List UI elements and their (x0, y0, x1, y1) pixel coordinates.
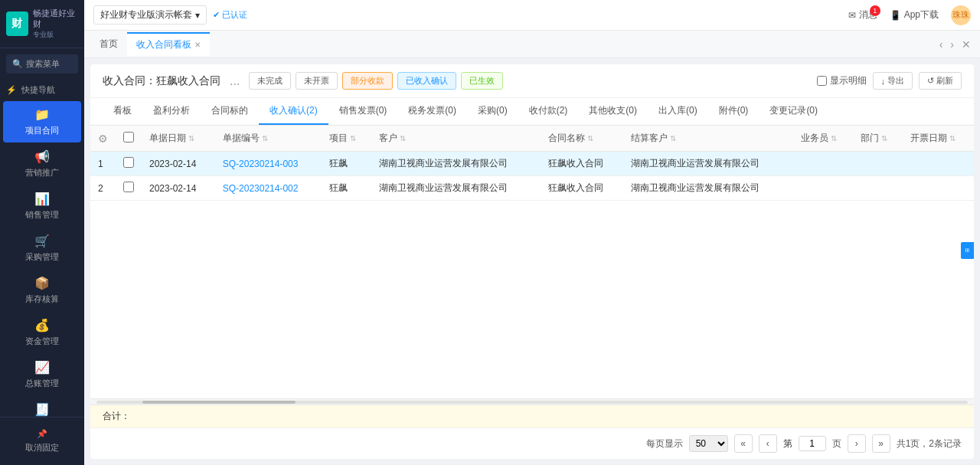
status-incomplete-button[interactable]: 未完成 (249, 72, 291, 90)
horizontal-scrollbar[interactable] (90, 398, 974, 404)
app-name: 畅捷通好业财 (33, 8, 78, 30)
table-row[interactable]: 1 2023-02-14 SQ-20230214-003 狂飙 湖南卫视商业运营… (90, 152, 974, 176)
unpin-button[interactable]: 📌 取消固定 (8, 423, 77, 460)
th-checkbox (116, 126, 142, 152)
sidebar-item-invoice[interactable]: 🧾 发票管理 (3, 396, 81, 417)
date-sort-icon[interactable]: ⇅ (188, 134, 194, 142)
topbar: 好业财专业版演示帐套 ▾ ✔ 已认证 ✉ 1 消息 📱 App下载 珠珠 (84, 0, 980, 31)
verified-badge: ✔ 已认证 (213, 9, 247, 21)
subtab-tax-invoice[interactable]: 税务发票(0) (397, 98, 467, 125)
cell-invoice-date (903, 176, 974, 201)
status-partial-button[interactable]: 部分收款 (342, 72, 393, 90)
department-sort-icon[interactable]: ⇅ (881, 134, 887, 142)
contract-name-sort-icon[interactable]: ⇅ (587, 134, 593, 142)
subtab-warehouse[interactable]: 出入库(0) (648, 98, 708, 125)
show-detail-checkbox-label[interactable]: 显示明细 (817, 74, 867, 87)
th-project: 项目 ⇅ (322, 126, 371, 152)
page-size-select[interactable]: 50 100 200 (689, 435, 728, 452)
next-page-button[interactable]: › (848, 434, 866, 453)
cell-no: 2 (90, 176, 116, 201)
export-button[interactable]: ↓ 导出 (873, 72, 913, 90)
row-checkbox[interactable] (123, 182, 134, 192)
select-all-checkbox[interactable] (123, 132, 134, 142)
refresh-button[interactable]: ↺ 刷新 (919, 72, 962, 90)
cell-contract-name: 狂飙收入合同 (541, 152, 623, 176)
refresh-icon: ↺ (927, 76, 934, 86)
side-panel-toggle[interactable]: ≡ (961, 242, 974, 259)
page-number-input[interactable] (799, 436, 826, 451)
subtab-attachment[interactable]: 附件(0) (708, 98, 760, 125)
checkmark-icon: ✔ (213, 10, 220, 20)
tab-next-button[interactable]: › (947, 37, 957, 52)
invoice-date-sort-icon[interactable]: ⇅ (949, 134, 956, 142)
th-customer: 客户 ⇅ (371, 126, 541, 152)
last-page-button[interactable]: » (872, 434, 890, 453)
first-page-button[interactable]: « (734, 434, 753, 453)
cell-result-customer: 湖南卫视商业运营发展有限公司 (623, 176, 792, 201)
company-selector[interactable]: 好业财专业版演示帐套 ▾ (93, 5, 207, 25)
prev-page-button[interactable]: ‹ (759, 434, 777, 453)
sidebar-item-project-contract[interactable]: 📁 项目合同 (3, 101, 81, 142)
subtab-change-log[interactable]: 变更记录(0) (759, 98, 828, 125)
sidebar-item-inventory[interactable]: 📦 库存核算 (3, 270, 81, 311)
sidebar: 财 畅捷通好业财 专业版 🔍 搜索菜单 ⚡ 快捷导航 📁 项目合同 📢 营销推广… (0, 0, 84, 465)
order-no-sort-icon[interactable]: ⇅ (262, 134, 268, 142)
sidebar-bottom: 📌 取消固定 (0, 417, 84, 465)
customer-sort-icon[interactable]: ⇅ (400, 134, 406, 142)
scrollbar-thumb[interactable] (142, 401, 296, 404)
table-row[interactable]: 2 2023-02-14 SQ-20230214-002 狂飙 湖南卫视商业运营… (90, 176, 974, 201)
cell-order-no: SQ-20230214-002 (215, 176, 322, 201)
tab-close-all-button[interactable]: ✕ (959, 37, 974, 52)
salesperson-sort-icon[interactable]: ⇅ (831, 134, 837, 142)
show-detail-checkbox[interactable] (817, 76, 827, 86)
status-no-invoice-button[interactable]: 未开票 (296, 72, 338, 90)
row-checkbox[interactable] (123, 157, 134, 168)
sidebar-item-finance[interactable]: 💰 资金管理 (3, 312, 81, 353)
sidebar-search-area: 🔍 搜索菜单 (0, 48, 84, 80)
download-icon: 📱 (890, 10, 901, 21)
subtab-other[interactable]: 其他收支(0) (578, 98, 648, 125)
subtab-revenue-confirm[interactable]: 收入确认(2) (259, 98, 328, 125)
subtab-sales-invoice[interactable]: 销售发票(0) (328, 98, 398, 125)
tab-close-icon[interactable]: ✕ (194, 41, 201, 49)
app-download-button[interactable]: 📱 App下载 (890, 8, 939, 21)
th-invoice-date: 开票日期 ⇅ (903, 126, 974, 152)
sidebar-logo: 财 畅捷通好业财 专业版 (0, 0, 84, 48)
subtab-profit[interactable]: 盈利分析 (142, 98, 201, 125)
contract-status-buttons: 未完成 未开票 部分收款 已收入确认 已生效 (249, 72, 503, 90)
search-menu-button[interactable]: 🔍 搜索菜单 (6, 54, 78, 74)
sidebar-item-sales[interactable]: 📊 销售管理 (3, 185, 81, 227)
cell-result-customer: 湖南卫视商业运营发展有限公司 (623, 152, 792, 176)
order-no-link[interactable]: SQ-20230214-003 (223, 159, 299, 169)
finance-icon: 💰 (34, 318, 50, 332)
tab-contract-board[interactable]: 收入合同看板 ✕ (127, 32, 210, 56)
quick-nav-button[interactable]: ⚡ 快捷导航 (0, 80, 84, 100)
unpin-icon: 📌 (37, 429, 47, 439)
more-options-button[interactable]: ... (230, 74, 240, 88)
contract-header: 收入合同：狂飙收入合同 ... 未完成 未开票 部分收款 已收入确认 已生效 显… (90, 64, 974, 98)
result-customer-sort-icon[interactable]: ⇅ (670, 134, 676, 142)
sidebar-item-purchase[interactable]: 🛒 采购管理 (3, 228, 81, 269)
notification-dot: 1 (870, 5, 880, 16)
message-button[interactable]: ✉ 1 消息 (848, 8, 877, 21)
order-no-link[interactable]: SQ-20230214-002 (223, 183, 299, 194)
settings-icon[interactable]: ⚙ (98, 133, 108, 145)
project-contract-icon: 📁 (34, 107, 50, 122)
status-active-button[interactable]: 已生效 (461, 72, 503, 90)
tab-prev-button[interactable]: ‹ (936, 37, 946, 52)
subtab-board[interactable]: 看板 (103, 98, 142, 125)
app-logo-icon: 财 (6, 11, 28, 36)
subtab-purchase[interactable]: 采购(0) (467, 98, 518, 125)
project-sort-icon[interactable]: ⇅ (350, 134, 356, 142)
subtab-payment[interactable]: 收付款(2) (518, 98, 579, 125)
tabbar: 首页 收入合同看板 ✕ ‹ › ✕ (84, 31, 980, 58)
content-panel: 收入合同：狂飙收入合同 ... 未完成 未开票 部分收款 已收入确认 已生效 显… (90, 64, 974, 459)
sidebar-item-marketing[interactable]: 📢 营销推广 (3, 143, 81, 185)
status-confirmed-button[interactable]: 已收入确认 (397, 72, 456, 90)
tab-home[interactable]: 首页 (90, 33, 127, 55)
user-avatar-area[interactable]: 珠珠 (951, 5, 971, 25)
th-contract-name: 合同名称 ⇅ (541, 126, 623, 152)
subtab-items[interactable]: 合同标的 (201, 98, 259, 125)
main-content: 好业财专业版演示帐套 ▾ ✔ 已认证 ✉ 1 消息 📱 App下载 珠珠 (84, 0, 980, 465)
sidebar-item-general-ledger[interactable]: 📈 总账管理 (3, 354, 81, 395)
